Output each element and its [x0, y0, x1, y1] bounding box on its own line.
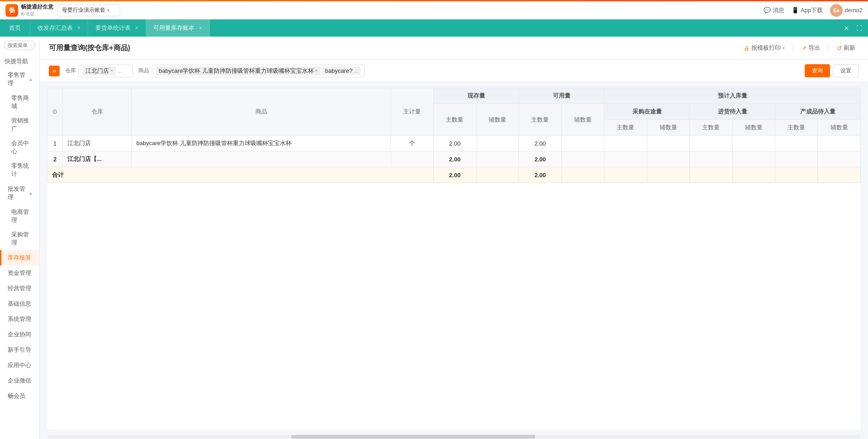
page-header: 可用量查询(按仓库+商品) 🖨 按模板打印 ▾ ↗ 导出 ↺ 刷新: [40, 37, 868, 60]
available-main-qty-header: 主数量: [519, 104, 561, 136]
message-button[interactable]: 💬 消息: [764, 6, 784, 14]
row-warehouse: 江北门店: [63, 136, 132, 151]
row-available-main: 2.00: [519, 136, 561, 151]
message-icon: 💬: [764, 7, 771, 14]
product-input[interactable]: babycare学饮杯 儿童防摔防撞吸管杯重力球吸嘴杯宝宝水杯 × babyca…: [152, 65, 365, 77]
sidebar-item-retail-mall[interactable]: 零售商城: [0, 91, 39, 113]
action-divider-2: [828, 45, 829, 51]
sidebar-item-newguide[interactable]: 新手引导: [0, 342, 39, 358]
subtotal-row-num: 2: [47, 151, 63, 167]
unit-col-header: 主计量: [391, 88, 433, 136]
sidebar-item-procurement[interactable]: 采购管理: [0, 227, 39, 250]
row-purchase-main: [604, 136, 647, 151]
logo-text: 畅捷通好生意 标准版: [21, 4, 53, 17]
industry-chevron-icon: ▾: [107, 8, 109, 13]
footer-available-main: 2.00: [519, 167, 561, 183]
gear-icon[interactable]: ⚙: [52, 108, 58, 115]
sidebar: 快捷导航 零售管理 ▲ 零售商城 营销推广 会员中心 零售统计 批发管理 ▲: [0, 37, 40, 439]
tab-close-all-button[interactable]: ✕: [841, 23, 852, 33]
subtotal-purchase-aux: [647, 151, 689, 167]
product-col-header: 商品: [132, 88, 391, 136]
warehouse-col-header: 仓库: [63, 88, 132, 136]
tab-close-receive-send[interactable]: ×: [77, 25, 80, 31]
sidebar-item-operations[interactable]: 经营管理: [0, 281, 39, 296]
footer-current-aux: [476, 167, 519, 183]
user-avatar-area[interactable]: Ea demo2: [830, 4, 863, 17]
incoming-group-header: 进货待入量: [690, 104, 775, 120]
planned-group-header: 预计入库量: [604, 88, 861, 104]
row-finished-main: [775, 136, 817, 151]
sidebar-item-members[interactable]: 会员中心: [0, 136, 39, 159]
row-current-main: 2.00: [434, 136, 476, 151]
subtotal-finished-main: [775, 151, 817, 167]
data-table: ⚙ 仓库 商品 主计量 现存量 可用量 预计入库量 主数量 辅数量 主数量 辅数…: [47, 88, 861, 183]
finished-group-header: 产成品待入量: [775, 104, 860, 120]
search-input[interactable]: [4, 40, 36, 50]
warehouse-tag-jiangbei: 江北门店 ×: [83, 66, 116, 76]
sidebar-item-retail-stats[interactable]: 零售统计: [0, 159, 39, 181]
sidebar-item-vip[interactable]: 畅会员: [0, 388, 39, 404]
tab-close-available-stock[interactable]: ×: [199, 25, 202, 31]
remove-warehouse-tag[interactable]: ×: [110, 68, 113, 73]
page-title: 可用量查询(按仓库+商品): [49, 43, 130, 53]
sidebar-item-ecommerce[interactable]: 电商管理: [0, 205, 39, 227]
sidebar-item-finance[interactable]: 资金管理: [0, 265, 39, 281]
tab-fullscreen-button[interactable]: ⛶: [854, 23, 864, 33]
app-download-button[interactable]: 📱 App下载: [792, 6, 823, 14]
warehouse-input[interactable]: 江北门店 × ...: [79, 65, 133, 77]
footer-current-main: 2.00: [434, 167, 476, 183]
available-aux-qty-header: 辅数量: [561, 104, 604, 136]
row-product: babycare学饮杯 儿童防摔防撞吸管杯重力球吸嘴杯宝宝水杯: [132, 136, 391, 151]
tab-close-order-stats[interactable]: ×: [135, 25, 138, 31]
top-bar: 畅 畅捷通好生意 标准版 母婴行业演示账套 ▾ 💬 消息 📱 App下载 Ea …: [0, 1, 868, 19]
logo-icon: 畅: [5, 4, 18, 17]
footer-label: 合计: [47, 167, 434, 183]
sidebar-search-row: [0, 37, 39, 54]
sidebar-item-zero-sales-management[interactable]: 零售管理 ▲: [0, 67, 39, 91]
horizontal-scrollbar[interactable]: [47, 435, 861, 439]
product-tag-babycare-more: babycare? ...: [322, 67, 361, 75]
sidebar-item-marketing[interactable]: 营销推广: [0, 113, 39, 136]
expand-filter-button[interactable]: »: [49, 66, 60, 76]
finished-main-qty-header: 主数量: [775, 120, 817, 136]
page-actions: 🖨 按模板打印 ▾ ↗ 导出 ↺ 刷新: [740, 42, 859, 54]
footer-purchase-main: [604, 167, 647, 183]
refresh-button[interactable]: ↺ 刷新: [833, 42, 859, 54]
footer-finished-main: [775, 167, 817, 183]
sidebar-item-appstore[interactable]: 应用中心: [0, 358, 39, 373]
row-current-aux: [476, 136, 519, 151]
tab-order-stats[interactable]: 要货单统计表 ×: [88, 19, 146, 37]
print-chevron-icon: ▾: [783, 46, 785, 51]
subtotal-unit: [391, 151, 433, 167]
sidebar-nav-list: 零售管理 ▲ 零售商城 营销推广 会员中心 零售统计 批发管理 ▲ 电商管理: [0, 67, 39, 404]
sidebar-item-enterprise[interactable]: 企业协同: [0, 327, 39, 342]
tab-available-stock[interactable]: 可用量库存账本 ×: [146, 19, 210, 37]
settings-button[interactable]: 设置: [833, 64, 859, 77]
remove-product-tag[interactable]: ×: [315, 68, 318, 73]
sidebar-item-wechat-work[interactable]: 企业微信: [0, 373, 39, 388]
export-button[interactable]: ↗ 导出: [798, 42, 824, 54]
print-by-template-button[interactable]: 🖨 按模板打印 ▾: [740, 42, 788, 54]
tab-nav: 首页 收发存汇总表 × 要货单统计表 × 可用量库存账本 × ✕ ⛶: [0, 19, 868, 37]
print-icon: 🖨: [744, 45, 750, 52]
subtotal-available-main: 2.00: [519, 151, 561, 167]
scroll-thumb[interactable]: [291, 435, 535, 439]
query-button[interactable]: 查询: [805, 64, 830, 77]
current-stock-group-header: 现存量: [434, 88, 519, 104]
filter-actions: 查询 设置: [805, 64, 859, 77]
subtotal-current-main: 2.00: [434, 151, 476, 167]
sidebar-quick-nav-label[interactable]: 快捷导航: [0, 54, 39, 67]
action-divider-1: [793, 45, 793, 51]
sidebar-item-wholesale-management[interactable]: 批发管理 ▲: [0, 181, 39, 205]
row-purchase-aux: [647, 136, 689, 151]
purchase-aux-qty-header: 辅数量: [647, 120, 689, 136]
sidebar-item-inventory[interactable]: 库存核算: [0, 250, 39, 265]
sidebar-item-system[interactable]: 系统管理: [0, 312, 39, 327]
industry-selector[interactable]: 母婴行业演示账套 ▾: [57, 4, 120, 16]
export-icon: ↗: [802, 45, 807, 52]
tab-home[interactable]: 首页: [0, 19, 30, 37]
available-group-header: 可用量: [519, 88, 604, 104]
current-main-qty-header: 主数量: [434, 104, 476, 136]
tab-receive-send[interactable]: 收发存汇总表 ×: [30, 19, 88, 37]
sidebar-item-basics[interactable]: 基础信息: [0, 296, 39, 312]
